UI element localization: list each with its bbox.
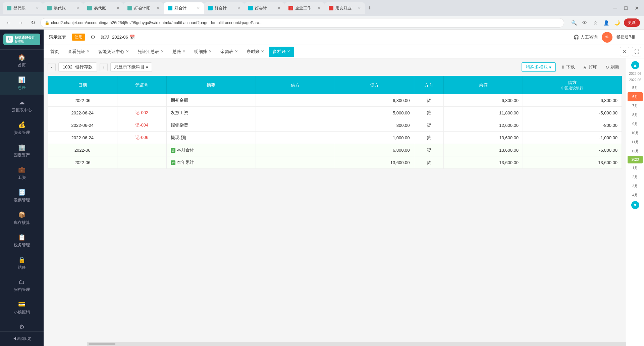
nav-tab-detail-ledger[interactable]: 明细账 ✕ [190,47,216,57]
nav-tab-smart-voucher[interactable]: 智能凭证中心 ✕ [94,47,133,57]
filter-button[interactable]: 只显示下级科目 ▾ [110,62,152,72]
timeline-month-10[interactable]: 10月 [626,129,644,138]
cell-voucher-4 [117,144,167,156]
reload-button[interactable]: ↻ [28,18,38,28]
nav-tab-voucher-summary[interactable]: 凭证汇总表 ✕ [133,47,168,57]
timeline-month-1-2023[interactable]: 1月 [626,163,644,172]
tab-close-6[interactable]: ✕ [237,6,240,10]
timeline-month-11[interactable]: 11月 [626,138,644,147]
browser-tab-6[interactable]: 好会计 ✕ [204,2,244,14]
nav-tab-close-voucher-view[interactable]: ✕ [87,49,90,54]
sidebar-item-reports[interactable]: ☁ 云报表中心 [0,95,44,117]
sidebar-item-archive[interactable]: 🗂 归档管理 [0,275,44,297]
timeline-up-button[interactable]: ▲ [631,61,639,69]
sidebar-item-funds[interactable]: 💰 资金管理 [0,117,44,140]
timeline-month-8[interactable]: 8月 [626,110,644,119]
browser-tab-7[interactable]: 好会计 ✕ [244,2,284,14]
refresh-button[interactable]: ↻ 刷新 [603,63,622,71]
nav-tab-close-voucher-summary[interactable]: ✕ [161,49,164,54]
download-button[interactable]: ⬇ 下载 [558,63,578,71]
horizontal-scrollbar[interactable] [87,342,626,346]
scroll-thumb[interactable] [89,343,115,345]
nav-tab-close-smart-voucher[interactable]: ✕ [126,49,129,54]
new-tab-button[interactable]: + [365,3,374,13]
incognito-icon[interactable]: 🌙 [612,18,621,27]
multi-col-button[interactable]: 特殊多栏账 ▾ [522,62,556,72]
collapse-panel-button[interactable]: ✕ [620,47,629,56]
profile-icon[interactable]: 👤 [602,18,610,27]
nav-tab-balance[interactable]: 余额表 ✕ [216,47,242,57]
nav-tab-close-balance[interactable]: ✕ [235,49,238,54]
browser-tab-9[interactable]: 用友好业 ✕ [325,2,365,14]
update-button[interactable]: 更新 [624,18,640,27]
timeline-month-4-2023[interactable]: 4月 [626,191,644,200]
topbar-settings-icon[interactable]: ⚙ [91,34,95,40]
browser-tab-8[interactable]: C 企业工作 ✕ [284,2,325,14]
tab-close-2[interactable]: ✕ [76,6,79,10]
sidebar-item-home[interactable]: 🏠 首页 [0,50,44,72]
sidebar-item-inventory[interactable]: 📦 库存核算 [0,207,44,230]
nav-tab-close-general-ledger[interactable]: ✕ [182,49,185,54]
timeline-month-2-2023[interactable]: 2月 [626,172,644,182]
next-account-button[interactable]: › [100,63,108,71]
cell-voucher-2[interactable]: 记-004 [117,119,167,132]
nav-tab-home[interactable]: 首页 [46,47,63,57]
unpin-button[interactable]: ◀取消固定 [3,334,41,343]
timeline-year-2023-badge[interactable]: 2023 [628,156,643,163]
bookmark-icon[interactable]: ☆ [591,18,600,27]
browser-tab-5-active[interactable]: 好会计 ✕ [164,2,204,14]
minimize-button[interactable]: ─ [610,3,620,13]
sidebar-item-assets[interactable]: 🏢 固定资产 [0,140,44,162]
tab-close-5[interactable]: ✕ [197,6,200,10]
url-bar[interactable]: 🔒 cloud2.chanjet.com/accounting/uh26t264… [40,18,564,28]
timeline-month-6[interactable]: 6月 [628,92,643,101]
account-selector[interactable]: 1002 银行存款 [58,62,97,72]
tab-close-9[interactable]: ✕ [358,6,361,10]
cell-voucher-1[interactable]: 记-002 [117,107,167,119]
demo-badge[interactable]: 使用 [72,34,85,41]
cell-voucher-3[interactable]: 记-006 [117,132,167,144]
tab-close-4[interactable]: ✕ [157,6,160,10]
timeline-month-12[interactable]: 12月 [626,147,644,156]
timeline-down-button[interactable]: ▼ [631,201,639,209]
nav-tab-multi-col[interactable]: 多栏账 ✕ [269,47,294,57]
nav-tab-voucher-view[interactable]: 查看凭证 ✕ [64,47,94,57]
tab-close-3[interactable]: ✕ [116,6,119,10]
sidebar-item-salary[interactable]: 💼 工资 [0,162,44,185]
close-window-button[interactable]: ✕ [632,3,641,13]
sidebar-item-invoice[interactable]: 🧾 发票管理 [0,185,44,207]
timeline-month-7[interactable]: 7月 [626,101,644,110]
nav-tab-close-multi-col[interactable]: ✕ [287,49,290,54]
timeline-year-2022-label: 2022.06 [629,70,641,77]
timeline-month-5[interactable]: 5月 [626,83,644,92]
nav-tab-sequence-ledger[interactable]: 序时账 ✕ [243,47,268,57]
tab-close-1[interactable]: ✕ [36,6,39,10]
timeline-month-9[interactable]: 9月 [626,119,644,129]
timeline-month-3-2023[interactable]: 3月 [626,182,644,191]
tab-close-8[interactable]: ✕ [318,6,321,10]
prev-account-button[interactable]: ‹ [48,63,56,71]
back-button[interactable]: ← [4,18,13,28]
search-icon[interactable]: 🔍 [570,18,578,27]
browser-tab-3[interactable]: 易代账 ✕ [83,2,123,14]
browser-tab-2[interactable]: 易代账 ✕ [43,2,83,14]
sidebar-item-close[interactable]: 🔒 结账 [0,252,44,275]
user-avatar[interactable]: 畅 [602,32,612,43]
forward-button[interactable]: → [16,18,25,28]
browser-tab-1[interactable]: 易代账 ✕ [3,2,43,14]
consult-button[interactable]: 🎧 人工咨询 [574,34,598,40]
nav-tab-general-ledger[interactable]: 总账 ✕ [168,47,190,57]
sidebar-item-ledger[interactable]: 📊 总账 [0,72,44,95]
sidebar-item-tax[interactable]: 📋 税务管理 [0,230,44,252]
privacy-icon[interactable]: 👁 [580,18,589,27]
sidebar-item-expense[interactable]: 💳 小畅报销 [0,297,44,319]
period-calendar-icon[interactable]: 📅 [129,35,135,40]
nav-tab-close-detail-ledger[interactable]: ✕ [209,49,212,54]
expand-panel-button[interactable]: ⛶ [632,47,641,56]
sidebar-item-settings[interactable]: ⚙ 基础设置 [0,319,44,331]
tab-close-7[interactable]: ✕ [277,6,280,10]
maximize-button[interactable]: □ [621,3,631,13]
print-button[interactable]: 🖨 打印 [580,63,600,71]
browser-tab-4[interactable]: 好会计账 ✕ [123,2,164,14]
nav-tab-close-sequence-ledger[interactable]: ✕ [261,49,264,54]
